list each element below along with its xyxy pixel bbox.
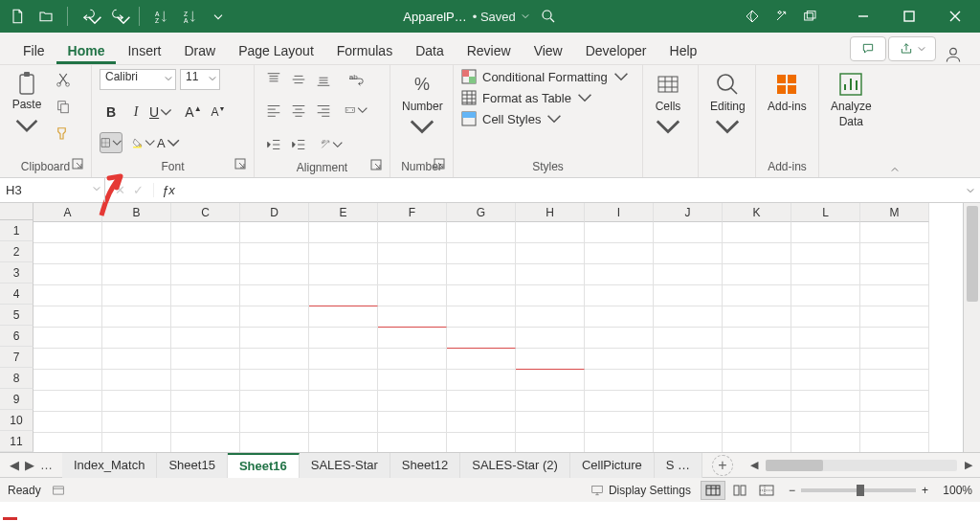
cell[interactable]	[171, 328, 240, 349]
bold-button[interactable]: B	[100, 102, 122, 123]
font-dialog-launcher[interactable]	[234, 158, 248, 171]
cell[interactable]	[309, 391, 378, 412]
cell[interactable]	[860, 433, 929, 452]
row-header[interactable]: 9	[0, 389, 33, 410]
cell[interactable]	[654, 285, 723, 306]
cell[interactable]	[378, 370, 447, 391]
cell[interactable]	[585, 370, 654, 391]
cell[interactable]	[791, 391, 860, 412]
cell[interactable]	[791, 264, 860, 285]
column-header[interactable]: A	[33, 203, 102, 222]
cell[interactable]	[791, 306, 860, 328]
cell[interactable]	[723, 328, 791, 349]
cell[interactable]	[33, 243, 102, 264]
row-header[interactable]: 1	[0, 220, 33, 241]
column-header[interactable]: I	[585, 203, 654, 222]
cell[interactable]	[516, 391, 585, 412]
tab-data[interactable]: Data	[404, 36, 456, 64]
search-icon[interactable]	[529, 8, 568, 25]
cell[interactable]	[378, 349, 447, 370]
cell[interactable]	[654, 412, 723, 433]
horizontal-scrollbar[interactable]: ◀▶	[743, 459, 980, 471]
analyze-data-button[interactable]: AnalyzeData	[827, 69, 876, 130]
cell[interactable]	[171, 391, 240, 412]
new-file-icon[interactable]	[4, 3, 31, 30]
cell[interactable]	[240, 412, 309, 433]
cell[interactable]	[447, 370, 516, 391]
row-header[interactable]: 11	[0, 431, 33, 452]
tab-draw[interactable]: Draw	[172, 36, 227, 64]
cell[interactable]	[33, 306, 102, 328]
cell[interactable]	[171, 433, 240, 452]
cell[interactable]	[309, 264, 378, 285]
cell[interactable]	[791, 243, 860, 264]
cell[interactable]	[102, 391, 171, 412]
cell[interactable]	[240, 285, 309, 306]
cell[interactable]	[723, 285, 791, 306]
cell[interactable]	[860, 243, 929, 264]
cell[interactable]	[860, 264, 929, 285]
close-button[interactable]	[934, 3, 976, 30]
font-name-select[interactable]: Calibri	[100, 69, 176, 90]
cell[interactable]	[860, 391, 929, 412]
cell[interactable]	[723, 433, 791, 452]
sheet-tab[interactable]: CellPicture	[570, 453, 655, 478]
share-button[interactable]	[888, 36, 936, 61]
cut-icon[interactable]	[52, 69, 75, 90]
row-header[interactable]: 7	[0, 347, 33, 368]
cell[interactable]	[791, 222, 860, 243]
cell[interactable]	[585, 222, 654, 243]
cell[interactable]	[723, 370, 791, 391]
clipboard-dialog-launcher[interactable]	[72, 158, 85, 171]
cell[interactable]	[791, 370, 860, 391]
cell[interactable]	[309, 370, 378, 391]
column-header[interactable]: C	[171, 203, 240, 222]
cell[interactable]	[447, 391, 516, 412]
cell[interactable]	[102, 412, 171, 433]
cell[interactable]	[516, 433, 585, 452]
cell[interactable]	[171, 306, 240, 328]
align-right-icon[interactable]	[312, 100, 335, 121]
cell[interactable]	[378, 433, 447, 452]
fill-color-button[interactable]	[132, 132, 155, 153]
cell[interactable]	[171, 349, 240, 370]
select-all-corner[interactable]	[0, 203, 33, 220]
cell[interactable]	[585, 264, 654, 285]
cell[interactable]	[791, 433, 860, 452]
cell[interactable]	[860, 349, 929, 370]
cell[interactable]	[860, 370, 929, 391]
cell[interactable]	[240, 349, 309, 370]
tab-developer[interactable]: Developer	[574, 36, 658, 64]
accessibility-icon[interactable]	[51, 484, 66, 497]
tab-page-layout[interactable]: Page Layout	[227, 36, 325, 64]
italic-button[interactable]: I	[124, 102, 147, 123]
cell[interactable]	[723, 243, 791, 264]
sheet-nav-more[interactable]: …	[40, 458, 53, 472]
column-header[interactable]: L	[791, 203, 860, 222]
cell[interactable]	[102, 433, 171, 452]
cell[interactable]	[240, 391, 309, 412]
cell[interactable]	[516, 349, 585, 370]
cell[interactable]	[447, 222, 516, 243]
tab-formulas[interactable]: Formulas	[325, 36, 404, 64]
cell[interactable]	[102, 285, 171, 306]
cell[interactable]	[447, 412, 516, 433]
cell[interactable]	[585, 306, 654, 328]
zoom-slider[interactable]	[801, 488, 916, 492]
cell[interactable]	[654, 306, 723, 328]
enter-formula-icon[interactable]: ✓	[133, 183, 144, 197]
formula-input[interactable]	[183, 178, 961, 202]
cell[interactable]	[447, 349, 516, 370]
number-dialog-launcher[interactable]	[434, 158, 447, 171]
row-header[interactable]: 3	[0, 262, 33, 283]
cell[interactable]	[309, 306, 378, 328]
cell[interactable]	[171, 243, 240, 264]
cell[interactable]	[447, 285, 516, 306]
cell[interactable]	[585, 349, 654, 370]
vertical-scrollbar[interactable]	[963, 203, 980, 452]
format-as-table-button[interactable]: Format as Table	[461, 90, 629, 105]
borders-button[interactable]	[100, 132, 122, 153]
cell[interactable]	[240, 328, 309, 349]
cell[interactable]	[33, 349, 102, 370]
cell[interactable]	[240, 243, 309, 264]
